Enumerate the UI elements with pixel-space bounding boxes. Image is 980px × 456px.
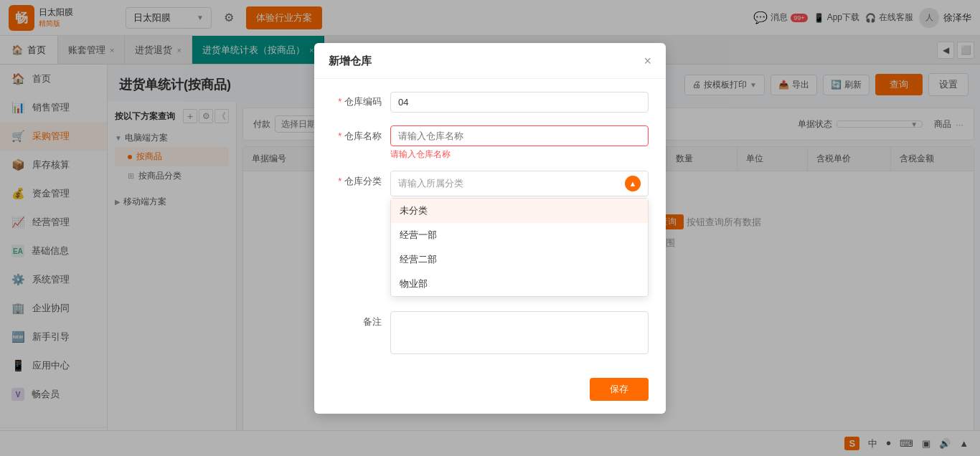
dropdown-item-ops1[interactable]: 经营一部: [391, 223, 648, 247]
category-label: * 仓库分类: [331, 171, 382, 188]
name-input[interactable]: [390, 125, 649, 146]
dropdown-item-property[interactable]: 物业部: [391, 272, 648, 296]
note-field-wrapper: [390, 311, 649, 356]
code-field-wrapper: [390, 92, 649, 113]
name-label: * 仓库名称: [331, 125, 382, 143]
dropdown-item-uncategorized[interactable]: 未分类: [391, 199, 648, 223]
name-error-msg: 请输入仓库名称: [390, 148, 649, 161]
dropdown-item-ops2[interactable]: 经营二部: [391, 247, 648, 272]
name-field-wrapper: 请输入仓库名称: [390, 125, 649, 161]
modal-header: 新增仓库 ×: [314, 43, 666, 79]
modal-dialog: 新增仓库 × * 仓库编码 * 仓库名称: [314, 43, 666, 414]
modal-close-btn[interactable]: ×: [644, 54, 651, 67]
form-row-category: * 仓库分类 请输入所属分类 ▲ 未分类 经营一部 经营二部 物业部: [331, 171, 649, 196]
category-field-wrapper: 请输入所属分类 ▲ 未分类 经营一部 经营二部 物业部: [390, 171, 649, 196]
modal-title: 新增仓库: [329, 54, 372, 68]
code-label: * 仓库编码: [331, 95, 382, 108]
category-select[interactable]: 请输入所属分类 ▲: [390, 171, 649, 196]
modal-footer: 保存: [314, 372, 666, 414]
category-placeholder: 请输入所属分类: [398, 177, 625, 190]
code-input[interactable]: [390, 92, 649, 113]
note-label: 备注: [331, 311, 382, 328]
category-arrow-btn[interactable]: ▲: [625, 176, 641, 191]
form-row-name: * 仓库名称 请输入仓库名称: [331, 125, 649, 161]
note-input[interactable]: [390, 311, 649, 354]
modal-body: * 仓库编码 * 仓库名称 请输入仓库名称: [314, 79, 666, 372]
category-dropdown: 未分类 经营一部 经营二部 物业部: [390, 198, 649, 297]
save-button[interactable]: 保存: [590, 378, 649, 401]
modal-overlay: 新增仓库 × * 仓库编码 * 仓库名称: [0, 0, 980, 456]
form-row-note: 备注: [331, 311, 649, 356]
form-row-code: * 仓库编码: [331, 92, 649, 113]
